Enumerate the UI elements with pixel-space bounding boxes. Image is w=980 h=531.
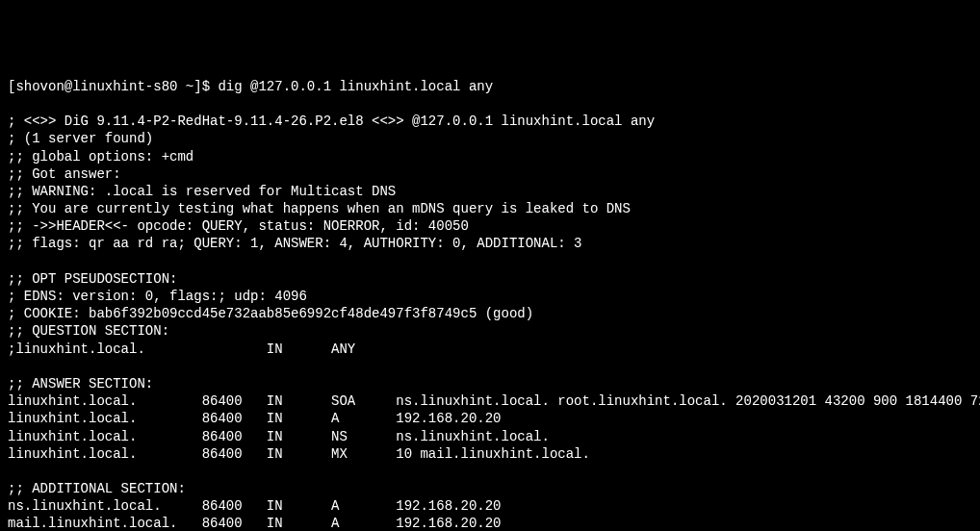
- output-line: linuxhint.local. 86400 IN SOA ns.linuxhi…: [8, 393, 980, 409]
- output-line: ; COOKIE: bab6f392b09ccd45e732aab85e6992…: [8, 306, 533, 321]
- output-line: ;; Got answer:: [8, 166, 121, 182]
- output-line: ns.linuxhint.local. 86400 IN A 192.168.2…: [8, 498, 501, 514]
- output-line: mail.linuxhint.local. 86400 IN A 192.168…: [8, 516, 501, 531]
- output-line: ;; WARNING: .local is reserved for Multi…: [8, 184, 396, 199]
- output-line: ;linuxhint.local. IN ANY: [8, 341, 355, 357]
- output-line: ;; QUESTION SECTION:: [8, 323, 169, 339]
- output-line: linuxhint.local. 86400 IN A 192.168.20.2…: [8, 411, 501, 426]
- output-line: ;; ANSWER SECTION:: [8, 376, 153, 392]
- output-line: ; EDNS: version: 0, flags:; udp: 4096: [8, 289, 307, 304]
- output-line: ;; OPT PSEUDOSECTION:: [8, 271, 177, 287]
- terminal-output: [shovon@linuxhint-s80 ~]$ dig @127.0.0.1…: [8, 78, 972, 531]
- output-line: ; (1 server found): [8, 131, 153, 146]
- output-line: ;; You are currently testing what happen…: [8, 201, 631, 216]
- output-line: linuxhint.local. 86400 IN NS ns.linuxhin…: [8, 429, 550, 444]
- shell-prompt: [shovon@linuxhint-s80 ~]$: [8, 79, 218, 94]
- output-line: ;; global options: +cmd: [8, 149, 193, 164]
- output-line: ;; flags: qr aa rd ra; QUERY: 1, ANSWER:…: [8, 236, 582, 251]
- output-line: linuxhint.local. 86400 IN MX 10 mail.lin…: [8, 446, 590, 462]
- command-text: dig @127.0.0.1 linuxhint.local any: [218, 79, 493, 94]
- output-line: ; <<>> DiG 9.11.4-P2-RedHat-9.11.4-26.P2…: [8, 114, 655, 129]
- output-line: ;; ->>HEADER<<- opcode: QUERY, status: N…: [8, 218, 469, 234]
- output-line: ;; ADDITIONAL SECTION:: [8, 481, 186, 496]
